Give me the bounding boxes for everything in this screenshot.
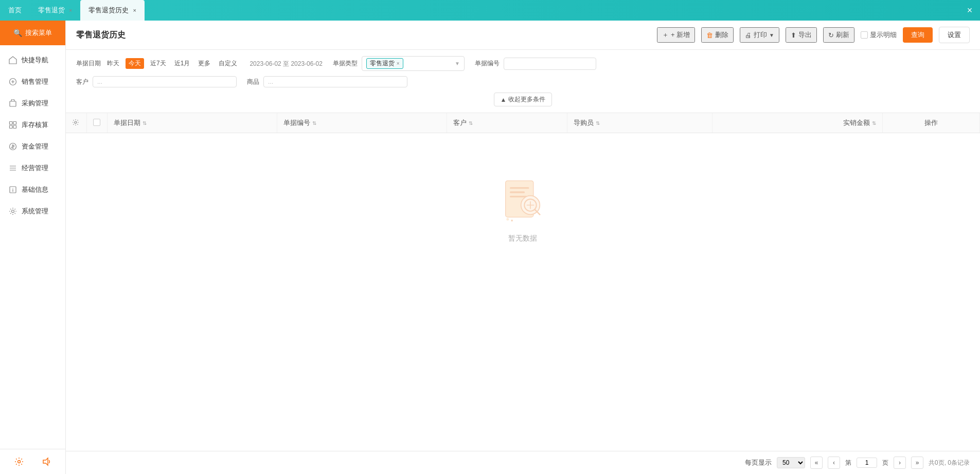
tab-home[interactable]: 首页: [0, 0, 30, 21]
svg-rect-2: [10, 122, 13, 125]
svg-point-21: [507, 218, 509, 221]
date-filter-label: 单据日期: [76, 59, 101, 68]
goods-input-container[interactable]: ...: [263, 76, 407, 87]
th-number[interactable]: 单据编号 ⇅: [277, 113, 447, 133]
tab-retail-return-close[interactable]: ×: [69, 7, 72, 13]
table-body: 暂无数据: [66, 133, 980, 285]
customer-filter: 客户 ...: [76, 76, 237, 87]
prev-page-button[interactable]: ‹: [828, 457, 840, 469]
tab-retail-return-history-close[interactable]: ×: [133, 7, 136, 13]
print-icon: 🖨: [745, 31, 752, 39]
query-button[interactable]: 查询: [903, 27, 933, 43]
tab-retail-return-history[interactable]: 零售退货历史 ×: [80, 0, 144, 21]
th-date[interactable]: 单据日期 ⇅: [107, 113, 277, 133]
first-page-button[interactable]: «: [810, 457, 823, 469]
th-checkbox[interactable]: [86, 113, 107, 133]
delete-button[interactable]: 🗑 删除: [701, 27, 734, 43]
page-number-input[interactable]: [857, 458, 877, 468]
type-tag-close-button[interactable]: ×: [397, 61, 400, 66]
data-table: 单据日期 ⇅ 单据编号 ⇅ 客户: [66, 113, 980, 284]
sidebar-item-sales[interactable]: 销售管理: [0, 71, 65, 93]
svg-marker-10: [43, 458, 48, 465]
add-button[interactable]: ＋ + 新增: [657, 27, 695, 43]
th-customer-label: 客户: [453, 118, 467, 127]
number-filter-input[interactable]: [504, 58, 596, 70]
svg-rect-13: [510, 187, 529, 189]
collapse-filter-button[interactable]: ▲ 收起更多条件: [494, 93, 553, 106]
date-option-7days[interactable]: 近7天: [148, 58, 168, 69]
last-page-button[interactable]: »: [911, 457, 923, 469]
filter-area: 单据日期 昨天 今天 近7天 近1月 更多 自定义 2023-06-02 至 2…: [66, 50, 980, 113]
operation-icon: [8, 163, 17, 173]
sidebar-item-basic-info[interactable]: 基础信息: [0, 179, 65, 200]
window-close-button[interactable]: ×: [959, 0, 980, 21]
page-label: 第: [845, 459, 851, 467]
date-option-custom[interactable]: 自定义: [217, 58, 239, 69]
search-icon: 🔍: [13, 29, 22, 37]
settings-filter-button[interactable]: 设置: [939, 27, 970, 43]
select-all-checkbox[interactable]: [93, 119, 100, 126]
sidebar-item-purchase[interactable]: 采购管理: [0, 93, 65, 114]
th-guide-label: 导购员: [574, 118, 594, 127]
system-icon: [8, 207, 17, 216]
sidebar-item-sales-label: 销售管理: [22, 77, 48, 86]
show-detail-toggle[interactable]: 显示明细: [861, 30, 897, 40]
th-date-label: 单据日期: [114, 118, 140, 127]
svg-point-9: [17, 461, 20, 463]
refresh-button[interactable]: ↻ 刷新: [823, 27, 854, 43]
svg-rect-14: [510, 191, 525, 193]
date-option-1month[interactable]: 近1月: [172, 58, 192, 69]
first-page-icon: «: [815, 459, 818, 466]
home-icon: [8, 56, 17, 65]
main-layout: 🔍 搜索菜单 快捷导航 销售管理 采购管理: [0, 21, 980, 474]
date-option-today[interactable]: 今天: [126, 58, 144, 69]
svg-rect-5: [13, 125, 16, 129]
sidebar-item-system[interactable]: 系统管理: [0, 200, 65, 222]
number-filter: 单据编号: [475, 58, 596, 70]
goods-placeholder: ...: [268, 78, 273, 85]
page-header: 零售退货历史 ＋ + 新增 🗑 删除 🖨 打印 ▼ ⬆ 导出: [66, 21, 980, 50]
th-customer[interactable]: 客户 ⇅: [447, 113, 567, 133]
sidebar-item-finance[interactable]: 资金管理: [0, 136, 65, 157]
sidebar-item-operation-label: 经营管理: [22, 163, 48, 173]
filter-row-1: 单据日期 昨天 今天 近7天 近1月 更多 自定义 2023-06-02 至 2…: [76, 56, 970, 71]
page-size-select[interactable]: 50 10 20 100: [777, 457, 805, 468]
th-gear[interactable]: [66, 113, 86, 133]
next-page-button[interactable]: ›: [894, 457, 906, 469]
sidebar-item-operation[interactable]: 经营管理: [0, 157, 65, 179]
type-tag-container[interactable]: 零售退货 × ▼: [362, 56, 465, 71]
export-icon: ⬆: [791, 31, 796, 39]
date-option-more[interactable]: 更多: [196, 58, 212, 69]
settings-button[interactable]: [12, 454, 26, 469]
show-detail-checkbox[interactable]: [861, 31, 868, 39]
sidebar-item-quick-nav[interactable]: 快捷导航: [0, 49, 65, 71]
print-label: 打印: [754, 30, 767, 40]
date-option-yesterday[interactable]: 昨天: [105, 58, 121, 69]
last-page-icon: »: [916, 459, 919, 466]
th-amount[interactable]: 实销金额 ⇅: [712, 113, 882, 133]
page-unit: 页: [882, 459, 888, 467]
sidebar-search[interactable]: 🔍 搜索菜单: [0, 21, 65, 45]
customer-input-container[interactable]: ...: [93, 76, 237, 87]
th-guide[interactable]: 导购员 ⇅: [567, 113, 712, 133]
tab-retail-return[interactable]: 零售退货 ×: [30, 0, 80, 21]
show-detail-label: 显示明细: [870, 30, 897, 40]
sidebar-nav: 快捷导航 销售管理 采购管理 库存核算: [0, 45, 65, 449]
date-options: 昨天 今天 近7天 近1月 更多 自定义: [105, 58, 239, 69]
th-date-sort-icon: ⇅: [142, 120, 147, 126]
th-action-label: 操作: [924, 119, 938, 126]
export-label: 导出: [798, 30, 812, 40]
sidebar-item-purchase-label: 采购管理: [22, 99, 48, 108]
customer-placeholder: ...: [97, 78, 102, 85]
type-tag-text: 零售退货: [370, 59, 395, 68]
refresh-icon: ↻: [828, 31, 834, 39]
th-guide-sort-icon: ⇅: [596, 120, 600, 126]
type-dropdown-arrow[interactable]: ▼: [455, 61, 460, 66]
delete-icon: 🗑: [706, 31, 713, 39]
volume-button[interactable]: [39, 454, 54, 469]
print-button[interactable]: 🖨 打印 ▼: [740, 27, 779, 43]
type-tag: 零售退货 ×: [366, 58, 403, 69]
export-button[interactable]: ⬆ 导出: [786, 27, 817, 43]
sidebar-item-inventory[interactable]: 库存核算: [0, 114, 65, 136]
empty-illustration: [497, 174, 548, 226]
